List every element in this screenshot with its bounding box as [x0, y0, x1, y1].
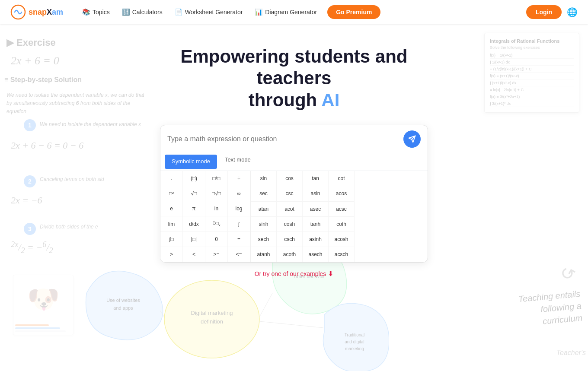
svg-text:definition: definition: [201, 318, 223, 325]
btn-int[interactable]: ∫: [228, 216, 250, 232]
svg-text:marketing: marketing: [345, 346, 364, 351]
btn-cot[interactable]: cot: [329, 171, 355, 186]
btn-ln[interactable]: ln: [205, 201, 228, 216]
translate-icon[interactable]: 🌐: [567, 7, 578, 17]
step2-text: Canceling terms on both sid: [40, 176, 104, 182]
topics-icon: 📚: [82, 8, 90, 16]
svg-text:and apps: and apps: [113, 305, 133, 311]
btn-lte[interactable]: <=: [228, 247, 250, 262]
btn-sin[interactable]: sin: [251, 171, 277, 186]
btn-paren[interactable]: (□): [183, 171, 205, 186]
btn-sec[interactable]: sec: [251, 186, 277, 201]
btn-sq[interactable]: □²: [160, 186, 183, 201]
step1-circle: 1: [24, 119, 36, 131]
btn-acosh[interactable]: acosh: [329, 232, 355, 247]
btn-tan[interactable]: tan: [303, 171, 329, 186]
arrow-down-icon: ⬇: [328, 270, 333, 278]
hero-title: Empowering students and teachers through…: [143, 46, 445, 111]
calculators-icon: 🔢: [122, 8, 130, 16]
teachers-text: Teacher's: [556, 349, 586, 357]
nav-worksheet[interactable]: 📄 Worksheet Generator: [169, 6, 248, 19]
btn-div[interactable]: ÷: [228, 171, 250, 186]
svg-text:and digital: and digital: [345, 339, 364, 344]
btn-asec[interactable]: asec: [303, 202, 329, 217]
btn-sqrt[interactable]: √□: [183, 186, 205, 201]
login-button[interactable]: Login: [526, 5, 562, 19]
btn-theta[interactable]: θ: [205, 232, 228, 247]
btn-coth[interactable]: coth: [329, 217, 355, 232]
bg-eq3: 2x = −6: [11, 195, 42, 206]
bg-eq1: 2x + 6 = 0: [11, 54, 59, 67]
btn-sech[interactable]: sech: [251, 232, 277, 247]
svg-text:Traditional: Traditional: [345, 333, 364, 337]
logo-icon: [10, 4, 26, 20]
btn-D[interactable]: D□x: [205, 216, 228, 232]
btn-abs[interactable]: |□|: [183, 232, 205, 247]
btn-inf[interactable]: ∞: [228, 186, 250, 201]
mode-tabs: Symbolic mode Text mode: [160, 153, 428, 171]
search-input[interactable]: [167, 135, 403, 143]
btn-csc[interactable]: csc: [277, 186, 303, 201]
svg-text:Digital marketing: Digital marketing: [191, 310, 233, 316]
bg-eq4: 2x/2 = −6/2: [11, 240, 53, 255]
premium-button[interactable]: Go Premium: [327, 5, 380, 19]
btn-gt[interactable]: >: [160, 247, 183, 262]
btn-atan[interactable]: atan: [251, 202, 277, 217]
btn-lt[interactable]: <: [183, 247, 205, 262]
btn-cosh[interactable]: cosh: [277, 217, 303, 232]
btn-tanh[interactable]: tanh: [303, 217, 329, 232]
btn-deriv[interactable]: d/dx: [183, 216, 205, 232]
dog-worksheet: 🐶: [13, 275, 74, 335]
nav-diagram[interactable]: 📊 Diagram Generator: [249, 6, 322, 19]
btn-cos[interactable]: cos: [277, 171, 303, 186]
btn-sinh[interactable]: sinh: [251, 217, 277, 232]
main-area: ▶ Exercise 2x + 6 = 0 ≡ Step-by-step Sol…: [0, 24, 588, 371]
examples-link[interactable]: Or try one of our examples ⬇: [255, 270, 334, 278]
btn-atanh[interactable]: atanh: [251, 247, 277, 262]
btn-acsch[interactable]: acsch: [329, 247, 355, 262]
nav-links: 📚 Topics 🔢 Calculators 📄 Worksheet Gener…: [77, 5, 526, 19]
search-box: Symbolic mode Text mode . (□) □/□ ÷ □² √…: [160, 125, 428, 263]
btn-gte[interactable]: >=: [205, 247, 228, 262]
btn-lim[interactable]: lim: [160, 216, 183, 232]
btn-defint[interactable]: ∫□: [160, 232, 183, 247]
svg-point-1: [164, 280, 259, 358]
btn-dot[interactable]: .: [160, 171, 183, 186]
logo[interactable]: snapXam: [10, 4, 63, 20]
btn-log[interactable]: log: [228, 201, 250, 216]
solution-title: ≡ Step-by-step Solution: [4, 76, 82, 84]
btn-acos[interactable]: acos: [329, 186, 355, 201]
center-content: Empowering students and teachers through…: [143, 46, 445, 278]
btn-frac[interactable]: □/□: [205, 171, 228, 186]
btn-asinh[interactable]: asinh: [303, 232, 329, 247]
btn-e[interactable]: e: [160, 201, 183, 216]
btn-acsc[interactable]: acsc: [329, 202, 355, 217]
svg-line-12: [259, 321, 323, 328]
worksheet-lines: [13, 323, 73, 335]
btn-asin[interactable]: asin: [303, 186, 329, 201]
nav-calculators[interactable]: 🔢 Calculators: [117, 6, 168, 19]
math-buttons-left: . (□) □/□ ÷ □² √□ □√□ ∞ e π ln log lim d…: [160, 171, 251, 262]
teaching-text: Teaching entails following a curriculum: [518, 288, 583, 329]
search-input-row: [160, 125, 428, 153]
btn-eq[interactable]: =: [228, 232, 250, 247]
worksheet-icon: 📄: [175, 8, 183, 16]
nav-topics[interactable]: 📚 Topics: [77, 6, 115, 19]
btn-pi[interactable]: π: [183, 201, 205, 216]
logo-text: snapXam: [29, 8, 63, 17]
step3-circle: 3: [24, 223, 36, 235]
btn-nthroot[interactable]: □√□: [205, 186, 228, 201]
svg-line-10: [160, 311, 164, 317]
btn-acot[interactable]: acot: [277, 202, 303, 217]
diagram-icon: 📊: [255, 8, 263, 16]
btn-acoth[interactable]: acoth: [277, 247, 303, 262]
svg-text:Use of websites: Use of websites: [106, 298, 140, 303]
btn-csch[interactable]: csch: [277, 232, 303, 247]
tab-text[interactable]: Text mode: [218, 153, 258, 171]
svg-line-11: [259, 293, 272, 317]
tab-symbolic[interactable]: Symbolic mode: [165, 155, 217, 169]
send-button[interactable]: [403, 130, 421, 148]
btn-asech[interactable]: asech: [303, 247, 329, 262]
bg-left-math: ▶ Exercise 2x + 6 = 0 ≡ Step-by-step Sol…: [0, 24, 164, 370]
bg-right-content: Integrals of Rational Functions Solve th…: [424, 24, 588, 370]
